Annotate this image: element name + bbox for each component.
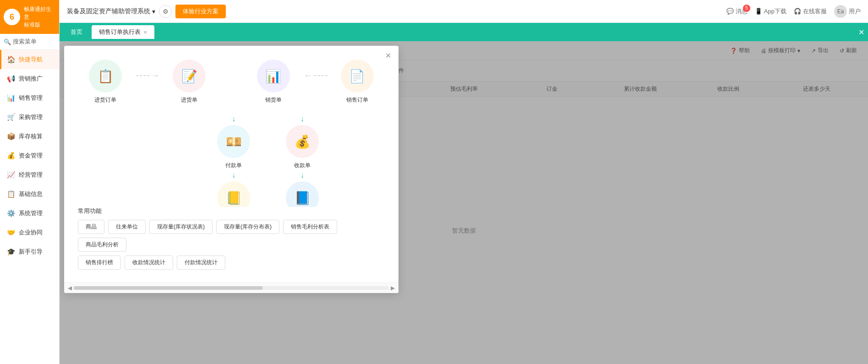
scroll-left-icon[interactable]: ◀ [68, 285, 72, 291]
sidebar-item-purchase[interactable]: 🛒 采购管理 [0, 108, 59, 127]
sales-order-icon: 📄 [349, 69, 365, 84]
receipt-circle: 💰 [286, 125, 319, 158]
customer-icon: 📘 [295, 190, 311, 206]
tab-close-icon[interactable]: ✕ [143, 30, 147, 35]
system-title[interactable]: 装备及固定资产辅助管理系统 ▾ [67, 7, 155, 16]
tab-close-all[interactable]: ✕ [858, 28, 864, 37]
sidebar-item-label: 经营管理 [19, 171, 43, 179]
flow-modal: ✕ 📋 进货订单 - - - - → [64, 46, 399, 293]
flow-payment[interactable]: 💴 付款单 [206, 125, 261, 169]
btn-receipt-stats[interactable]: 收款情况统计 [125, 255, 173, 270]
sidebar-item-label: 采购管理 [19, 113, 43, 121]
sidebar-item-label: 销售管理 [19, 94, 43, 102]
system-icon: ⚙️ [7, 209, 15, 217]
flow-purchase-order[interactable]: 📋 进货订单 [78, 60, 133, 104]
sidebar-item-newbie[interactable]: 🎓 新手引导 [0, 242, 59, 261]
user-action[interactable]: Ea 用户 [834, 5, 861, 18]
tab-sales-order-label: 销售订单执行表 [99, 28, 141, 36]
settings-button[interactable]: ⚙ [159, 5, 172, 18]
btn-product-profit[interactable]: 商品毛利分析 [78, 238, 126, 252]
flow-sales-bill[interactable]: 📊 销货单 [246, 60, 301, 104]
common-buttons-row-1: 商品 往来单位 现存量(库存状况表) 现存量(库存分布表) 销售毛利分析表 商品… [78, 220, 385, 252]
logo-sub: 标准版 [24, 21, 55, 29]
sidebar-item-enterprise[interactable]: 🤝 企业协同 [0, 223, 59, 242]
topbar: 装备及固定资产辅助管理系统 ▾ ⚙ 体验行业方案 💬 消息 5 📱 App下载 [60, 0, 868, 23]
purchase-bill-icon: 📝 [181, 69, 197, 84]
btn-sales-profit[interactable]: 销售毛利分析表 [283, 220, 337, 234]
sidebar-item-label: 新手引导 [19, 248, 43, 256]
user-name: 用户 [849, 7, 861, 16]
btn-payment-stats[interactable]: 付款情况统计 [177, 255, 225, 270]
logo-name: 畅康通好生意 [24, 5, 55, 21]
flow-row-2: ↓ 💴 付款单 ↓ [78, 113, 385, 207]
sidebar-item-finance[interactable]: 💰 资金管理 [0, 146, 59, 165]
btn-stock-status[interactable]: 现存量(库存状况表) [149, 220, 213, 234]
tab-home-label: 首页 [71, 28, 82, 36]
customer-circle: 📘 [286, 181, 319, 207]
sales-bill-icon: 📊 [265, 69, 281, 84]
sidebar-item-inventory[interactable]: 📦 库存核算 [0, 127, 59, 146]
btn-partner[interactable]: 往来单位 [108, 220, 146, 234]
purchase-order-icon: 📋 [98, 69, 114, 84]
flow-receipt[interactable]: 💰 收款单 [275, 125, 330, 169]
search-label: 搜索菜单 [13, 38, 37, 46]
gear-icon: ⚙ [163, 8, 169, 15]
payment-circle: 💴 [217, 125, 250, 158]
supplier-circle: 📒 [217, 181, 250, 207]
flow-section: 📋 进货订单 - - - - → 📝 进货单 [64, 46, 399, 207]
avatar: Ea [834, 5, 847, 18]
message-badge: 5 [743, 5, 750, 12]
sidebar-item-system[interactable]: ⚙️ 系统管理 [0, 204, 59, 223]
trial-btn[interactable]: 体验行业方案 [175, 5, 226, 18]
message-action[interactable]: 💬 消息 5 [726, 7, 748, 16]
arrow-sb-receipt: ↓ [300, 115, 304, 123]
common-functions-title: 常用功能 [78, 207, 385, 215]
sidebar-item-sales[interactable]: 📊 销售管理 [0, 88, 59, 108]
sidebar-search[interactable]: 🔍 搜索菜单 [0, 34, 59, 50]
sidebar-item-marketing[interactable]: 📢 营销推广 [0, 69, 59, 88]
sidebar-item-basic[interactable]: 📋 基础信息 [0, 185, 59, 204]
sales-bill-label: 销货单 [265, 96, 282, 104]
sidebar-item-label: 基础信息 [19, 190, 43, 198]
scrollbar-track[interactable] [74, 286, 389, 290]
receipt-icon: 💰 [295, 134, 311, 149]
receipt-label: 收款单 [294, 162, 311, 169]
app-download-label: App下载 [764, 7, 786, 16]
arrow-sb-so: ← - - - - [301, 70, 330, 81]
flow-sales-order[interactable]: 📄 销售订单 [330, 60, 385, 104]
sidebar-nav: 🏠 快捷导航 📢 营销推广 📊 销售管理 🛒 采购管理 📦 库存核算 💰 [0, 50, 59, 364]
sidebar-item-label: 资金管理 [19, 152, 43, 160]
payment-label: 付款单 [225, 162, 242, 169]
btn-product[interactable]: 商品 [78, 220, 104, 234]
common-buttons-row-2: 销售排行榜 收款情况统计 付款情况统计 [78, 255, 385, 270]
sidebar-item-label: 库存核算 [19, 132, 43, 141]
app-download-action[interactable]: 📱 App下载 [755, 7, 786, 16]
sidebar-item-label: 快捷导航 [19, 55, 43, 64]
modal-overlay[interactable]: ✕ 📋 进货订单 - - - - → [60, 41, 868, 364]
sidebar-item-quick-nav[interactable]: 🏠 快捷导航 [0, 50, 59, 69]
btn-sales-rank[interactable]: 销售排行榜 [78, 255, 121, 270]
sales-icon: 📊 [7, 94, 15, 102]
sidebar-item-label: 企业协同 [19, 228, 43, 237]
finance-icon: 💰 [7, 152, 15, 160]
btn-stock-dist[interactable]: 现存量(库存分布表) [216, 220, 279, 234]
sales-order-label: 销售订单 [346, 96, 368, 104]
online-service-label: 在线客服 [803, 7, 827, 16]
tab-sales-order[interactable]: 销售订单执行表 ✕ [92, 25, 154, 39]
flow-purchase-bill[interactable]: 📝 进货单 [162, 60, 217, 104]
arrow-receipt-customer: ↓ [300, 171, 304, 179]
modal-close-btn[interactable]: ✕ [385, 51, 391, 60]
tab-home[interactable]: 首页 [63, 25, 90, 39]
sidebar: 6 畅康通好生意 标准版 🔍 搜索菜单 🏠 快捷导航 📢 营销推广 📊 销售管理 [0, 0, 60, 364]
content-area: ❓ 帮助 🖨 按模板打印 ▾ ↗ 导出 ↺ [60, 41, 868, 364]
download-icon: 📱 [755, 8, 762, 15]
common-functions-section: 常用功能 商品 往来单位 现存量(库存状况表) 现存量(库存分布表) 销售毛利分… [64, 207, 399, 283]
online-service-action[interactable]: 🎧 在线客服 [794, 7, 827, 16]
operation-icon: 📈 [7, 171, 15, 179]
scroll-right-icon[interactable]: ▶ [391, 285, 395, 291]
sidebar-item-operation[interactable]: 📈 经营管理 [0, 165, 59, 185]
flow-customer-ledger[interactable]: 📘 客户账本 [275, 181, 330, 207]
flow-supplier-ledger[interactable]: 📒 供应商账本 [206, 181, 261, 207]
arrow-po-pb: - - - - → [133, 70, 162, 81]
enterprise-icon: 🤝 [7, 228, 15, 237]
